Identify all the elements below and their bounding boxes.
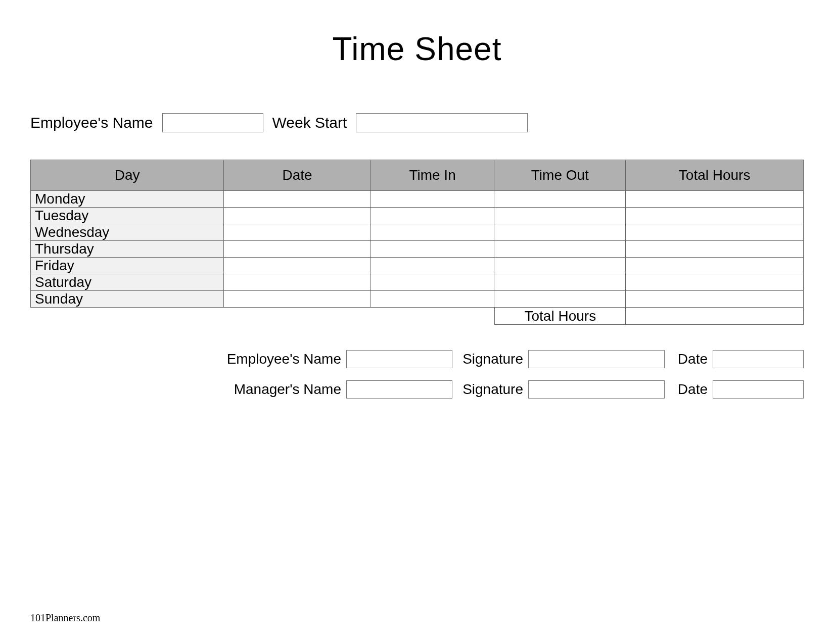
cell-date[interactable] — [224, 241, 371, 258]
cell-time-out[interactable] — [494, 208, 626, 224]
cell-total-hours[interactable] — [626, 241, 804, 258]
employee-signature-input[interactable] — [528, 350, 665, 368]
table-row: Saturday — [31, 274, 804, 291]
table-row: Tuesday — [31, 208, 804, 224]
cell-total-hours[interactable] — [626, 191, 804, 208]
table-row: Monday — [31, 191, 804, 208]
cell-time-in[interactable] — [370, 241, 494, 258]
cell-time-in[interactable] — [370, 191, 494, 208]
cell-time-in[interactable] — [370, 208, 494, 224]
employee-signature-label: Signature — [457, 351, 523, 367]
cell-time-in[interactable] — [370, 274, 494, 291]
day-name: Friday — [31, 258, 224, 274]
cell-total-hours[interactable] — [626, 258, 804, 274]
table-row: Sunday — [31, 291, 804, 308]
cell-date[interactable] — [224, 224, 371, 241]
total-hours-value[interactable] — [626, 308, 804, 325]
manager-signature-label: Signature — [457, 381, 523, 398]
manager-signature-input[interactable] — [528, 380, 665, 399]
employee-name-label: Employee's Name — [30, 114, 153, 131]
day-name: Thursday — [31, 241, 224, 258]
manager-date-input[interactable] — [713, 380, 804, 399]
table-row: Friday — [31, 258, 804, 274]
th-date: Date — [224, 160, 371, 191]
cell-date[interactable] — [224, 258, 371, 274]
cell-time-out[interactable] — [494, 191, 626, 208]
th-time-out: Time Out — [494, 160, 626, 191]
page-title: Time Sheet — [30, 30, 804, 68]
cell-total-hours[interactable] — [626, 274, 804, 291]
cell-time-out[interactable] — [494, 291, 626, 308]
cell-date[interactable] — [224, 274, 371, 291]
employee-date-label: Date — [670, 351, 708, 367]
cell-total-hours[interactable] — [626, 208, 804, 224]
signature-block: Employee's Name Signature Date Manager's… — [30, 350, 804, 399]
employee-date-input[interactable] — [713, 350, 804, 368]
footer-brand: 101Planners.com — [30, 612, 100, 624]
table-row: Thursday — [31, 241, 804, 258]
cell-time-out[interactable] — [494, 241, 626, 258]
week-start-label: Week Start — [272, 114, 347, 131]
cell-total-hours[interactable] — [626, 224, 804, 241]
total-row: Total Hours — [30, 308, 804, 325]
cell-time-out[interactable] — [494, 224, 626, 241]
cell-time-out[interactable] — [494, 274, 626, 291]
manager-sign-row: Manager's Name Signature Date — [30, 380, 804, 399]
day-name: Tuesday — [31, 208, 224, 224]
cell-date[interactable] — [224, 191, 371, 208]
th-total-hours: Total Hours — [626, 160, 804, 191]
week-start-input[interactable] — [356, 113, 528, 132]
table-row: Wednesday — [31, 224, 804, 241]
cell-time-in[interactable] — [370, 291, 494, 308]
employee-name-label-2: Employee's Name — [215, 351, 341, 367]
employee-name-input-2[interactable] — [346, 350, 452, 368]
manager-date-label: Date — [670, 381, 708, 398]
cell-time-in[interactable] — [370, 224, 494, 241]
cell-time-out[interactable] — [494, 258, 626, 274]
day-name: Wednesday — [31, 224, 224, 241]
employee-name-input[interactable] — [162, 113, 263, 132]
th-day: Day — [31, 160, 224, 191]
employee-sign-row: Employee's Name Signature Date — [30, 350, 804, 368]
cell-date[interactable] — [224, 291, 371, 308]
cell-total-hours[interactable] — [626, 291, 804, 308]
total-hours-label: Total Hours — [494, 308, 626, 325]
manager-name-input[interactable] — [346, 380, 452, 399]
day-name: Monday — [31, 191, 224, 208]
cell-time-in[interactable] — [370, 258, 494, 274]
header-fields: Employee's Name Week Start — [30, 113, 804, 132]
day-name: Saturday — [31, 274, 224, 291]
cell-date[interactable] — [224, 208, 371, 224]
manager-name-label: Manager's Name — [215, 381, 341, 398]
timesheet-table: Day Date Time In Time Out Total Hours Mo… — [30, 160, 804, 308]
day-name: Sunday — [31, 291, 224, 308]
th-time-in: Time In — [370, 160, 494, 191]
